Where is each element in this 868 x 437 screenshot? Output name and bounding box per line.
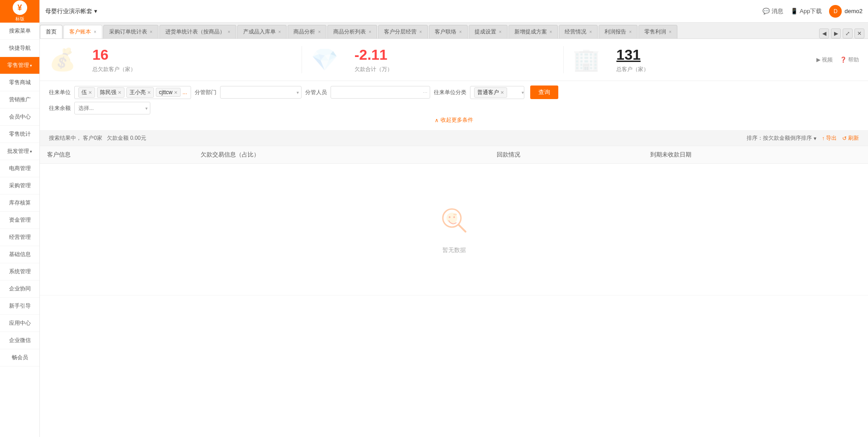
tab-close-all-button[interactable]: ✕ — [854, 28, 864, 38]
tab-close-promotion-settings[interactable]: × — [499, 30, 502, 34]
app-download-button[interactable]: 📱 App下载 — [791, 7, 822, 15]
sidebar-item-retail-stats[interactable]: 零售统计 — [0, 126, 39, 143]
export-button[interactable]: ↑ 导出 — [822, 134, 837, 142]
tab-close-product-instock[interactable]: × — [278, 30, 281, 34]
filter-manager-input[interactable] — [331, 86, 430, 99]
message-button[interactable]: 💬 消息 — [762, 7, 783, 15]
tab-customer-contact[interactable]: 客户联络× — [429, 25, 468, 38]
sidebar-item-app-center[interactable]: 应用中心 — [0, 315, 39, 332]
sidebar-item-retail-mgmt[interactable]: 零售管理▾ — [0, 57, 39, 74]
tab-close-retail-profit[interactable]: × — [669, 30, 671, 34]
tab-home[interactable]: 首页 — [40, 25, 62, 38]
account-selector[interactable]: 母婴行业演示帐套 ▾ — [45, 7, 97, 15]
tab-fullscreen-button[interactable]: ⤢ — [843, 28, 853, 38]
sidebar-item-purchase-mgmt[interactable]: 采购管理 — [0, 177, 39, 195]
more-tags-button[interactable]: ... — [182, 89, 187, 95]
tab-label-product-instock: 产成品入库单 — [243, 28, 276, 36]
tab-prev-button[interactable]: ◀ — [819, 28, 829, 38]
refresh-button[interactable]: ↺ 刷新 — [842, 134, 859, 142]
tab-label-customer-contact: 客户联络 — [435, 28, 456, 36]
table-header: 客户信息欠款交易信息（占比）回款情况到期未收款日期 — [40, 146, 868, 164]
tab-goods-analysis[interactable]: 商品分析× — [288, 25, 326, 38]
tab-close-goods-analysis-list[interactable]: × — [369, 30, 371, 34]
tab-close-customer-contact[interactable]: × — [459, 30, 462, 34]
tab-close-customer-tier[interactable]: × — [419, 30, 422, 34]
stat-overdue-customers: 💰 16 总欠款客户（家） — [49, 46, 293, 73]
filter-dept-input[interactable] — [220, 86, 302, 99]
tab-promotion-settings[interactable]: 提成设置× — [469, 25, 508, 38]
collapse-filter-button[interactable]: ∧ 收起更多条件 — [49, 114, 859, 126]
sidebar-item-enterprise-collab[interactable]: 企业协同 — [0, 280, 39, 298]
sidebar-item-quick-nav[interactable]: 快捷导航 — [0, 40, 39, 57]
overdue-customers-label: 总欠款客户（家） — [92, 66, 136, 73]
stat-divider-1 — [302, 46, 302, 73]
sidebar-item-member-vip[interactable]: 畅会员 — [0, 349, 39, 366]
sidebar-item-retail-shop[interactable]: 零售商城 — [0, 74, 39, 91]
sidebar-item-search-menu[interactable]: 搜索菜单 — [0, 23, 39, 40]
filter-balance-label: 往来余额 — [49, 104, 71, 112]
help-button[interactable]: ❓ 帮助 — [840, 56, 859, 64]
tab-product-instock[interactable]: 产成品入库单× — [237, 25, 287, 38]
tab-close-customer-account[interactable]: × — [94, 30, 96, 34]
filter-unit-input[interactable]: 伍 ✕ 陈民强 ✕ 王小亮 ✕ cjttcw ✕ — [74, 86, 191, 99]
tab-instock-stat[interactable]: 进货单统计表（按商品）× — [159, 25, 236, 38]
video-button[interactable]: ▶ 视频 — [816, 56, 833, 64]
remove-tag-ordinary[interactable]: ✕ — [500, 90, 504, 95]
sidebar-item-basic-info[interactable]: 基础信息 — [0, 246, 39, 263]
tab-next-button[interactable]: ▶ — [831, 28, 841, 38]
tab-label-goods-analysis: 商品分析 — [293, 28, 315, 36]
sidebar-item-enterprise-wechat[interactable]: 企业微信 — [0, 332, 39, 349]
sidebar-item-marketing-promo[interactable]: 营销推广 — [0, 91, 39, 109]
sidebar-item-finance-mgmt[interactable]: 资金管理 — [0, 212, 39, 229]
stats-header: 💰 16 总欠款客户（家） 💎 -2.11 欠款合计（万） 🏢 — [40, 39, 868, 81]
sidebar-item-inventory-check[interactable]: 库存核算 — [0, 195, 39, 212]
filter-dept-select-wrapper: ▾ — [220, 86, 302, 99]
user-area[interactable]: D demo2 — [829, 5, 863, 18]
tab-customer-tier[interactable]: 客户分层经营× — [378, 25, 428, 38]
tab-goods-analysis-list[interactable]: 商品分析列表× — [327, 25, 377, 38]
remove-tag-wang[interactable]: ✕ — [147, 90, 151, 95]
tab-close-goods-analysis[interactable]: × — [318, 30, 321, 34]
tab-operations[interactable]: 经营情况× — [559, 25, 598, 38]
svg-point-2 — [453, 214, 457, 215]
tab-close-profit-report[interactable]: × — [629, 30, 632, 34]
filter-row-1: 往来单位 伍 ✕ 陈民强 ✕ 王小亮 ✕ — [49, 86, 859, 99]
tab-new-promotion-plan[interactable]: 新增提成方案× — [508, 25, 558, 38]
remove-tag-wu[interactable]: ✕ — [88, 90, 92, 95]
sidebar-item-new-user-guide[interactable]: 新手引导 — [0, 298, 39, 315]
tab-retail-profit[interactable]: 零售利润× — [638, 25, 677, 38]
chevron-down-icon: ▾ — [94, 8, 97, 14]
results-info: 搜索结果中， 客户0家 欠款金额 0.00元 — [49, 134, 146, 142]
sidebar: ¥ 标版 搜索菜单快捷导航零售管理▾零售商城营销推广会员中心零售统计批发管理▾电… — [0, 0, 40, 437]
tab-close-instock-stat[interactable]: × — [228, 30, 230, 34]
tab-label-customer-account: 客户账本 — [69, 28, 91, 36]
remove-tag-chen[interactable]: ✕ — [118, 90, 121, 95]
filter-tag-wu: 伍 ✕ — [78, 87, 95, 98]
col-header-repayment: 回款情况 — [489, 146, 643, 164]
tab-customer-account[interactable]: 客户账本× — [63, 25, 102, 38]
sort-selector[interactable]: 排序：按欠款金额倒序排序 ▾ — [747, 134, 816, 142]
username-label: demo2 — [844, 8, 863, 14]
tab-close-new-promotion-plan[interactable]: × — [550, 30, 552, 34]
app-logo[interactable]: ¥ 标版 — [0, 0, 39, 23]
main-area: 母婴行业演示帐套 ▾ 💬 消息 📱 App下载 D demo2 首 — [40, 0, 868, 437]
sidebar-item-operations-mgmt[interactable]: 经营管理 — [0, 229, 39, 246]
filter-category-input[interactable]: 普通客户 ✕ — [470, 86, 524, 99]
col-header-customer-info: 客户信息 — [40, 146, 193, 164]
tab-label-promotion-settings: 提成设置 — [475, 28, 496, 36]
sidebar-item-ecommerce-mgmt[interactable]: 电商管理 — [0, 160, 39, 177]
message-icon: 💬 — [762, 8, 770, 14]
filter-category-label: 往来单位分类 — [434, 89, 466, 96]
remove-tag-cjttcw[interactable]: ✕ — [174, 90, 177, 95]
tab-close-operations[interactable]: × — [589, 30, 592, 34]
tab-profit-report[interactable]: 利润报告× — [599, 25, 638, 38]
overdue-customers-number: 16 — [92, 46, 109, 63]
tab-purchase-order-stat[interactable]: 采购订单统计表× — [103, 25, 158, 38]
query-button[interactable]: 查询 — [530, 86, 558, 99]
tab-close-purchase-order-stat[interactable]: × — [150, 30, 153, 34]
sidebar-item-system-mgmt[interactable]: 系统管理 — [0, 263, 39, 280]
sidebar-item-member-center[interactable]: 会员中心 — [0, 109, 39, 126]
sidebar-item-batch-mgmt[interactable]: 批发管理▾ — [0, 143, 39, 160]
filter-balance-input[interactable] — [74, 102, 150, 114]
results-actions: 排序：按欠款金额倒序排序 ▾ ↑ 导出 ↺ 刷新 — [747, 134, 859, 142]
